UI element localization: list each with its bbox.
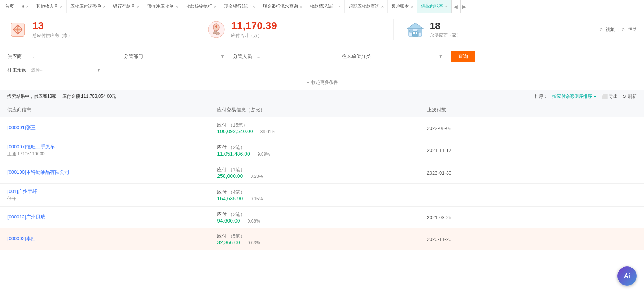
nav-tab-other-income-label: 其他收入单 — [36, 3, 58, 10]
ai-button[interactable]: Ai — [617, 266, 637, 286]
summary-payable-amount: 11,170.39 应付合计（万） — [195, 19, 393, 40]
nav-tab-overdue-collect[interactable]: 超期应收款查询 × — [345, 0, 388, 13]
tx-label-2: 应付 （2笔） — [217, 144, 427, 151]
nav-tab-ap-adjust[interactable]: 应收应付调整单 × — [67, 0, 109, 13]
tx-amount-6[interactable]: 32,366.00 — [217, 239, 240, 245]
payable-suppliers-label: 总应付供应商（家） — [32, 32, 72, 39]
nav-tab-bank-deposit[interactable]: 银行存款单 × — [109, 0, 143, 13]
nav-tab-overdue-collect-close[interactable]: × — [381, 4, 384, 9]
last-pay-2: 2021-11-17 — [427, 148, 637, 153]
nav-tab-3[interactable]: 3 × — [18, 0, 32, 13]
filter-dept: 分管部门 ▼ — [124, 52, 227, 61]
dept-select[interactable]: ▼ — [145, 52, 227, 61]
supplier-info-1: [000001]张三 — [7, 124, 217, 132]
nav-tab-other-income-close[interactable]: × — [60, 4, 62, 9]
nav-tab-collect-verify-label: 收款核销执行 — [186, 3, 212, 10]
last-pay-5: 2021-03-25 — [427, 215, 637, 220]
top-nav: 首页 3 × 其他收入单 × 应收应付调整单 × 银行存款单 × 预收冲应收单 … — [0, 0, 644, 13]
table-row: [000100]本特勤油品有限公司 应付 （1笔） 258,000.00 0.2… — [0, 162, 644, 184]
person-input[interactable] — [254, 52, 336, 61]
category-select[interactable]: ▼ — [373, 52, 445, 61]
tx-amount-4[interactable]: 164,635.90 — [217, 196, 243, 201]
category-label: 往来单位分类 — [342, 53, 371, 60]
nav-tab-bank-deposit-close[interactable]: × — [137, 4, 139, 9]
nav-tab-supplier-account-close[interactable]: × — [445, 4, 447, 8]
table-col-tx: 应付交易信息（占比） — [217, 107, 427, 113]
supplier-link-6[interactable]: [000002]李四 — [7, 236, 36, 241]
filter-area: 供应商 分管部门 ▼ 分管人员 往来单位分类 ▼ 查询 — [0, 46, 644, 90]
nav-tab-advance-collect[interactable]: 预收冲应收单 × — [143, 0, 182, 13]
nav-tab-collect-stat[interactable]: 收款情况统计 × — [306, 0, 344, 13]
nav-tab-customer-account[interactable]: 客户账本 × — [388, 0, 417, 13]
supplier-label: 供应商 — [7, 53, 26, 60]
tx-info-1: 应付 （15笔） 100,092,540.00 89.61% — [217, 122, 427, 134]
nav-tab-cash-bank-flow-close[interactable]: × — [300, 4, 302, 9]
table-header: 供应商信息 应付交易信息（占比） 上次付数 — [0, 103, 644, 117]
refresh-button[interactable]: ↻ 刷新 — [622, 93, 637, 100]
last-pay-6: 2020-11-20 — [427, 237, 637, 242]
nav-tab-cash-bank-stat-close[interactable]: × — [252, 4, 255, 9]
sort-select[interactable]: 按应付余额倒序排序 ▼ — [552, 93, 597, 100]
tx-amount-1[interactable]: 100,092,540.00 — [217, 128, 253, 134]
table-row: [000001]张三 应付 （15笔） 100,092,540.00 89.61… — [0, 117, 644, 139]
summary-tools: ⊙ 视频 | ⊙ 帮助 — [592, 27, 637, 33]
result-actions: 排序： 按应付余额倒序排序 ▼ ⬜ 导出 ↻ 刷新 — [535, 93, 637, 100]
store-icon — [405, 19, 426, 40]
filter-row-2: 往来余额 选择... ▼ — [7, 65, 637, 75]
nav-tab-collect-stat-label: 收款情况统计 — [310, 3, 336, 10]
tx-percent-6: 0.03% — [248, 240, 260, 245]
nav-tab-supplier-account[interactable]: 供应商账本 × — [417, 0, 451, 13]
nav-tab-collect-verify[interactable]: 收款核销执行 × — [182, 0, 220, 13]
balance-chevron-icon: ▼ — [97, 68, 101, 73]
search-button[interactable]: 查询 — [451, 51, 475, 62]
person-label: 分管人员 — [233, 53, 252, 60]
help-link[interactable]: 帮助 — [628, 27, 637, 33]
export-button[interactable]: ⬜ 导出 — [602, 93, 618, 100]
nav-tab-customer-account-label: 客户账本 — [391, 3, 409, 10]
tx-info-3: 应付 （1笔） 258,000.00 0.23% — [217, 166, 427, 179]
nav-right-arrow[interactable]: ▶ — [460, 0, 469, 13]
nav-tab-ap-adjust-label: 应收应付调整单 — [70, 3, 101, 10]
balance-placeholder: 选择... — [31, 67, 43, 73]
nav-tab-collect-stat-close[interactable]: × — [338, 4, 340, 9]
table-row: [000007]恒旺二手叉车 王通 17106110000 应付 （2笔） 11… — [0, 139, 644, 162]
sort-chevron-icon: ▼ — [593, 94, 597, 99]
nav-left-arrow[interactable]: ◀ — [451, 0, 460, 13]
supplier-link-1[interactable]: [000001]张三 — [7, 125, 36, 130]
collapse-bar[interactable]: ∧ 收起更多条件 — [7, 78, 637, 87]
export-label: 导出 — [609, 93, 618, 100]
result-prefix: 搜索结果中，供应商13家 — [7, 94, 56, 99]
supplier-link-2[interactable]: [000007]恒旺二手叉车 — [7, 144, 55, 149]
supplier-sub-2: 王通 17106110000 — [7, 151, 217, 157]
tx-label-1: 应付 （15笔） — [217, 122, 427, 128]
nav-tab-cash-bank-stat[interactable]: 现金银行统计 × — [220, 0, 259, 13]
payable-amount-text: 11,170.39 应付合计（万） — [231, 21, 277, 39]
last-pay-date-3: 2023-01-30 — [427, 170, 452, 176]
balance-select[interactable]: 选择... ▼ — [29, 65, 103, 75]
supplier-link-5[interactable]: [000012]广州贝瑞 — [7, 214, 45, 220]
last-pay-date-1: 2022-08-08 — [427, 125, 452, 131]
svg-rect-15 — [417, 30, 421, 32]
nav-tab-advance-collect-close[interactable]: × — [175, 4, 178, 9]
supplier-link-3[interactable]: [000100]本特勤油品有限公司 — [7, 169, 69, 175]
tx-amount-2[interactable]: 11,051,486.00 — [217, 151, 250, 157]
supplier-info-4: [001]广州荣轩 仔仔 — [7, 188, 217, 202]
nav-tab-customer-account-close[interactable]: × — [411, 4, 413, 9]
table-container: 供应商信息 应付交易信息（占比） 上次付数 [000001]张三 应付 （15笔… — [0, 103, 644, 293]
nav-tab-supplier-account-label: 供应商账本 — [421, 3, 443, 9]
nav-tab-other-income[interactable]: 其他收入单 × — [32, 0, 66, 13]
total-suppliers-number: 18 — [430, 21, 461, 31]
tx-row-2: 11,051,486.00 9.89% — [217, 151, 427, 157]
nav-tab-collect-verify-close[interactable]: × — [214, 4, 216, 9]
tx-amount-3[interactable]: 258,000.00 — [217, 173, 243, 179]
supplier-link-4[interactable]: [001]广州荣轩 — [7, 189, 37, 194]
nav-tab-cash-bank-flow[interactable]: 现金银行流水查询 × — [259, 0, 306, 13]
nav-tab-3-close[interactable]: × — [26, 4, 28, 9]
nav-tab-home[interactable]: 首页 — [1, 0, 18, 13]
nav-tab-ap-adjust-close[interactable]: × — [103, 4, 105, 9]
tx-amount-5[interactable]: 94,600.00 — [217, 218, 240, 224]
supplier-input[interactable] — [28, 52, 118, 61]
refresh-label: 刷新 — [628, 93, 637, 100]
video-link[interactable]: 视频 — [606, 27, 615, 33]
last-pay-1: 2022-08-08 — [427, 125, 637, 131]
